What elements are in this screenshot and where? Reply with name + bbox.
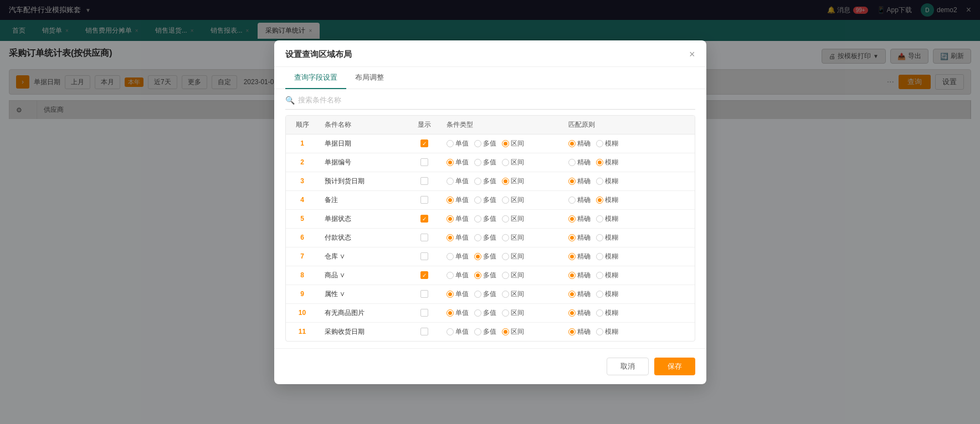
modal-tab-field-settings-label: 查询字段设置 — [294, 73, 337, 81]
modal-tab-field-settings[interactable]: 查询字段设置 — [285, 67, 346, 89]
modal-search: 🔍 — [285, 96, 695, 110]
fth-type: 条件类型 — [441, 116, 563, 126]
modal-tab-layout-adjust-label: 布局调整 — [355, 73, 384, 81]
fth-match: 匹配原则 — [563, 116, 674, 126]
modal-tab-layout-adjust[interactable]: 布局调整 — [346, 67, 393, 89]
modal-search-input[interactable] — [298, 96, 409, 104]
modal-dialog: 设置查询区域布局 × 查询字段设置 布局调整 🔍 顺序 — [274, 40, 706, 126]
field-table-header: 顺序 条件名称 显示 条件类型 匹配原则 — [286, 116, 695, 126]
fth-order: 顺序 — [286, 116, 319, 126]
modal-title: 设置查询区域布局 — [285, 49, 352, 60]
modal-close-btn[interactable]: × — [689, 49, 695, 59]
modal-header: 设置查询区域布局 × — [274, 40, 706, 67]
fth-name: 条件名称 — [319, 116, 408, 126]
modal-body: 🔍 顺序 条件名称 显示 条件类型 匹配原则 1单据日期单值多值区间精确模糊2单… — [274, 89, 706, 126]
field-table: 顺序 条件名称 显示 条件类型 匹配原则 1单据日期单值多值区间精确模糊2单据编… — [285, 115, 695, 126]
modal-overlay: 设置查询区域布局 × 查询字段设置 布局调整 🔍 顺序 — [0, 0, 980, 126]
modal-search-icon: 🔍 — [285, 96, 295, 105]
modal-tabs: 查询字段设置 布局调整 — [274, 67, 706, 89]
fth-display: 显示 — [408, 116, 441, 126]
